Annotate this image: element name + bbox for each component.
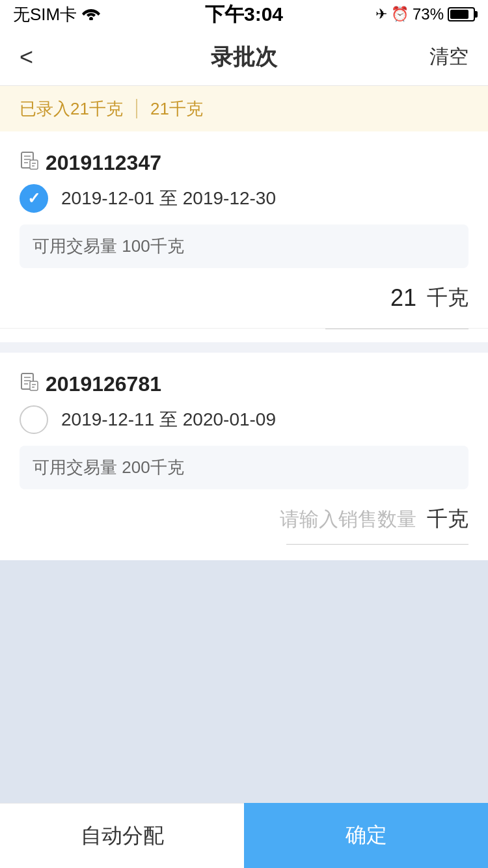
wifi-icon bbox=[82, 5, 100, 25]
batch2-date-range: 2019-12-11 至 2020-01-09 bbox=[61, 407, 276, 432]
batch2-id: 2019126781 bbox=[46, 372, 161, 396]
confirm-button[interactable]: 确定 bbox=[244, 803, 488, 868]
batch1-quantity-unit: 千克 bbox=[427, 284, 468, 312]
svg-rect-11 bbox=[30, 381, 38, 390]
auto-distribute-button[interactable]: 自动分配 bbox=[0, 803, 244, 868]
recorded-amount-label: 已录入21千克 bbox=[20, 98, 123, 120]
recorded-amount-value: 21千克 bbox=[150, 98, 203, 120]
status-right: ✈ ⏰ 73% bbox=[375, 5, 475, 23]
page-title: 录批次 bbox=[211, 42, 277, 72]
content-area: 2019112347 2019-12-01 至 2019-12-30 可用交易量… bbox=[0, 131, 488, 868]
batch2-date-row: 2019-12-11 至 2020-01-09 bbox=[20, 405, 468, 434]
batch2-available: 可用交易量 200千克 bbox=[20, 446, 468, 489]
batch1-id-row: 2019112347 bbox=[20, 151, 468, 175]
batch2-input-unit: 千克 bbox=[427, 505, 468, 534]
status-bar: 无SIM卡 下午3:04 ✈ ⏰ 73% bbox=[0, 0, 488, 29]
batch2-input-row: 请输入销售数量 千克 bbox=[0, 489, 488, 560]
batch2-radio[interactable] bbox=[20, 405, 48, 434]
info-banner: 已录入21千克 21千克 bbox=[0, 86, 488, 131]
batch1-available: 可用交易量 100千克 bbox=[20, 224, 468, 268]
batch1-radio[interactable] bbox=[20, 184, 48, 213]
batch2-doc-icon bbox=[20, 372, 39, 396]
batch1-quantity-row: 21 千克 bbox=[0, 268, 488, 329]
clear-button[interactable]: 清空 bbox=[429, 44, 468, 70]
batch2-input-placeholder: 请输入销售数量 bbox=[280, 506, 416, 533]
batch1-card: 2019112347 2019-12-01 至 2019-12-30 可用交易量… bbox=[0, 131, 488, 268]
status-time: 下午3:04 bbox=[205, 1, 283, 28]
back-button[interactable]: < bbox=[20, 44, 33, 71]
location-icon: ✈ bbox=[375, 6, 387, 23]
batch1-date-row: 2019-12-01 至 2019-12-30 bbox=[20, 184, 468, 213]
battery-icon bbox=[448, 7, 475, 21]
battery-percent: 73% bbox=[413, 5, 444, 23]
batch1-doc-icon bbox=[20, 151, 39, 175]
batch1-id: 2019112347 bbox=[46, 151, 161, 175]
svg-rect-4 bbox=[30, 160, 38, 169]
batch2-id-row: 2019126781 bbox=[20, 372, 468, 396]
nav-bar: < 录批次 清空 bbox=[0, 29, 488, 86]
batch2-card: 2019126781 2019-12-11 至 2020-01-09 可用交易量… bbox=[0, 353, 488, 489]
sim-text: 无SIM卡 bbox=[13, 3, 77, 26]
page-wrapper: 无SIM卡 下午3:04 ✈ ⏰ 73% < 录批次 清空 已录入21千克 21… bbox=[0, 0, 488, 868]
batch1-quantity-value: 21 bbox=[390, 284, 416, 312]
banner-divider bbox=[136, 99, 137, 118]
bottom-bar: 自动分配 确定 bbox=[0, 803, 488, 868]
batch1-date-range: 2019-12-01 至 2019-12-30 bbox=[61, 186, 276, 211]
status-left: 无SIM卡 bbox=[13, 3, 100, 26]
alarm-icon: ⏰ bbox=[391, 6, 409, 23]
